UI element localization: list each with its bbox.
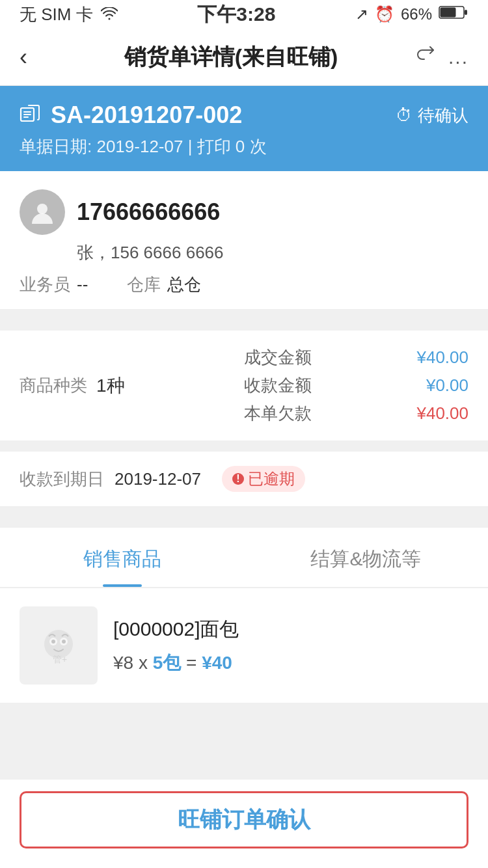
customer-meta: 业务员 -- 仓库 总仓	[20, 273, 468, 296]
product-types-row: 商品种类 1种	[20, 373, 244, 398]
svg-point-4	[37, 204, 47, 214]
divider-2	[0, 517, 488, 528]
svg-point-9	[62, 640, 66, 644]
nav-bar: ‹ 销货单详情(来自旺铺) ...	[0, 29, 488, 86]
wifi-icon	[101, 5, 118, 25]
carrier-text: 无 SIM 卡	[20, 3, 93, 26]
table-row: 管+ [0000002]面包 ¥8 x 5包 = ¥40	[0, 588, 488, 703]
order-header-card: SA-20191207-002 ⏱ 待确认 单据日期: 2019-12-07 |…	[0, 86, 488, 171]
product-price: ¥8 x 5包 = ¥40	[113, 651, 468, 675]
warehouse-info: 仓库 总仓	[127, 273, 201, 296]
svg-rect-1	[440, 8, 455, 18]
order-status: ⏱ 待确认	[396, 104, 468, 127]
product-types-label: 商品种类	[20, 374, 87, 397]
order-icon	[20, 104, 42, 127]
due-date-label: 收款到期日	[20, 468, 104, 491]
unit-price: ¥8 x	[113, 653, 153, 673]
page-title: 销货单详情(来自旺铺)	[59, 42, 403, 72]
warehouse-value: 总仓	[167, 273, 201, 296]
alarm-icon: ⏰	[375, 5, 394, 23]
overdue-icon: !	[232, 473, 244, 485]
back-button[interactable]: ‹	[20, 44, 59, 71]
status-left: 无 SIM 卡	[20, 3, 118, 26]
order-id-text: SA-20191207-002	[51, 102, 242, 129]
product-thumbnail: 管+	[20, 606, 98, 685]
salesperson-label: 业务员	[20, 273, 70, 296]
quantity: 5包	[153, 653, 182, 673]
status-text: 待确认	[418, 104, 468, 127]
received-label: 收款金额	[244, 374, 312, 397]
owed-label: 本单欠款	[244, 402, 312, 425]
location-icon: ↗	[355, 5, 368, 23]
transaction-value: ¥40.00	[416, 347, 468, 368]
product-section: 管+ [0000002]面包 ¥8 x 5包 = ¥40	[0, 588, 488, 703]
warehouse-label: 仓库	[127, 273, 161, 296]
salesperson-info: 业务员 --	[20, 273, 88, 296]
product-types-value: 1种	[96, 373, 125, 398]
order-id-row: SA-20191207-002	[20, 102, 242, 129]
battery-text: 66%	[401, 5, 432, 23]
status-bar: 无 SIM 卡 下午3:28 ↗ ⏰ 66%	[0, 0, 488, 29]
customer-name-phone: 张，156 6666 6666	[20, 241, 468, 264]
overdue-text: 已逾期	[248, 468, 295, 489]
customer-name-row: 17666666666	[20, 189, 468, 235]
more-icon[interactable]: ...	[448, 46, 468, 68]
tab-sales-products[interactable]: 销售商品	[0, 528, 244, 587]
salesperson-value: --	[77, 275, 88, 295]
bottom-action-bar: 旺铺订单确认	[0, 779, 488, 868]
customer-card: 17666666666 张，156 6666 6666 业务员 -- 仓库 总仓	[0, 171, 488, 310]
received-value: ¥0.00	[426, 375, 468, 396]
tab-settlement-label: 结算&物流等	[310, 548, 421, 569]
owed-value: ¥40.00	[416, 403, 468, 424]
avatar	[20, 189, 65, 235]
due-date-value: 2019-12-07	[115, 469, 201, 489]
tab-sales-label: 销售商品	[83, 548, 161, 569]
share-icon[interactable]	[416, 45, 435, 69]
total-price: ¥40	[202, 653, 232, 673]
summary-left: 商品种类 1种	[20, 346, 244, 425]
equals: =	[186, 653, 202, 673]
tab-settlement[interactable]: 结算&物流等	[244, 528, 488, 587]
order-date: 单据日期: 2019-12-07 | 打印 0 次	[20, 135, 468, 158]
confirm-order-button[interactable]: 旺铺订单确认	[20, 791, 468, 848]
owed-amount-row: 本单欠款 ¥40.00	[244, 402, 468, 425]
svg-point-8	[51, 640, 55, 644]
product-info: [0000002]面包 ¥8 x 5包 = ¥40	[113, 616, 468, 675]
transaction-label: 成交金额	[244, 346, 312, 369]
status-right: ↗ ⏰ 66%	[355, 5, 468, 23]
customer-phone: 17666666666	[77, 198, 220, 226]
clock-icon: ⏱	[396, 105, 413, 126]
summary-card: 商品种类 1种 成交金额 ¥40.00 收款金额 ¥0.00 本单欠款 ¥40.…	[0, 331, 488, 441]
status-time: 下午3:28	[197, 1, 275, 28]
svg-rect-2	[465, 10, 467, 15]
transaction-amount-row: 成交金额 ¥40.00	[244, 346, 468, 369]
received-amount-row: 收款金额 ¥0.00	[244, 374, 468, 397]
divider-1	[0, 320, 488, 331]
due-date-card: 收款到期日 2019-12-07 ! 已逾期	[0, 452, 488, 507]
nav-right-actions: ...	[403, 45, 468, 69]
summary-right: 成交金额 ¥40.00 收款金额 ¥0.00 本单欠款 ¥40.00	[244, 346, 468, 425]
product-name: [0000002]面包	[113, 616, 468, 643]
tab-underline	[103, 584, 142, 587]
battery-icon	[439, 5, 468, 23]
svg-text:管+: 管+	[53, 654, 67, 664]
overdue-badge: ! 已逾期	[222, 466, 305, 492]
tab-bar: 销售商品 结算&物流等	[0, 528, 488, 588]
